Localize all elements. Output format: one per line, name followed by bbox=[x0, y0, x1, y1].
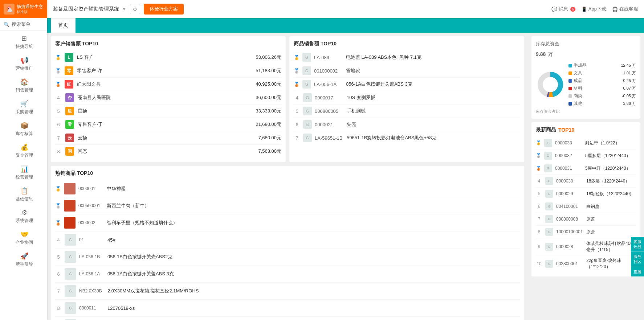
rank-number: 5 bbox=[294, 108, 300, 114]
sidebar-item-label: 经营管理 bbox=[16, 174, 33, 180]
inventory-card: 库存总资金 9.88 万 bbox=[531, 36, 640, 119]
app-download-button[interactable]: 📱 App下载 bbox=[581, 6, 606, 12]
rank-number: 7 bbox=[55, 135, 62, 141]
sidebar-icon: ⚙ bbox=[21, 209, 27, 217]
newest-product-thumbnail: G bbox=[545, 243, 553, 251]
customer-name: 星扬 bbox=[78, 108, 252, 114]
customer-name: 云扬 bbox=[78, 135, 254, 141]
system-selector[interactable]: 装备及固定资产辅助管理系统 ▼ bbox=[53, 6, 126, 12]
hot-product-name: 智利车子里（规格不知道填什么） bbox=[107, 220, 520, 226]
hot-product-thumbnail bbox=[64, 217, 76, 229]
sidebar-search-area[interactable]: 🔍 搜索菜单 bbox=[0, 18, 47, 31]
customer-amount: 7,563.00元 bbox=[258, 148, 281, 155]
newest-product-code: 003800001 bbox=[556, 261, 583, 266]
inventory-title: 库存总资金 bbox=[536, 41, 636, 47]
customer-ranking-card: 客户销售额 TOP10 🥇 L LS 客户 53,006.26元 🥈 零 零售客… bbox=[51, 36, 286, 162]
hot-product-name: 056-1A白色按键开关盖ABS 3克 bbox=[107, 271, 520, 277]
legend-item: 肉类 -0.05 万 bbox=[568, 92, 636, 100]
message-label: 消息 bbox=[559, 6, 568, 12]
sidebar-item-快捷导航[interactable]: ⊞快捷导航 bbox=[0, 31, 47, 53]
rank-medal-icon: 🥇 bbox=[294, 55, 299, 60]
newest-product-code: 0000031 bbox=[555, 166, 582, 171]
sidebar-item-系统管理[interactable]: ⚙系统管理 bbox=[0, 205, 47, 227]
tab-home-label: 首页 bbox=[58, 22, 68, 29]
rank-number: 5 bbox=[55, 108, 62, 114]
customer-name: 闲态 bbox=[78, 148, 254, 155]
customer-amount: 33,333.00元 bbox=[256, 108, 281, 114]
float-button-服务社区[interactable]: 服务社区 bbox=[631, 252, 644, 267]
hot-product-code: 000500001 bbox=[78, 203, 104, 208]
rank-number: 6 bbox=[294, 122, 300, 127]
trial-button[interactable]: 体验行业方案 bbox=[144, 4, 184, 15]
newest-product-thumbnail: G bbox=[544, 152, 552, 160]
newest-product-code: 004100001 bbox=[556, 204, 583, 209]
newest-product-code: 10000100001 bbox=[556, 229, 583, 234]
legend-name: 肉类 bbox=[574, 93, 582, 99]
sidebar-item-基础信息[interactable]: 📋基础信息 bbox=[0, 183, 47, 205]
newest-product-thumbnail: G bbox=[545, 190, 553, 198]
product-ranking-item: 🥈 G 001000002 雪地靴 bbox=[294, 64, 520, 78]
float-button-客服热线[interactable]: 客服热线 bbox=[631, 237, 644, 252]
legend-value: -3.86 万 bbox=[622, 101, 636, 106]
rank-number: 10 bbox=[536, 261, 542, 266]
newest-product-name: 5厘中纤（1220*2440） bbox=[585, 165, 636, 172]
customer-avatar: 杏 bbox=[65, 93, 74, 102]
sidebar-item-采购管理[interactable]: 🛒采购管理 bbox=[0, 96, 47, 118]
rank-medal-icon: 🥈 bbox=[536, 153, 541, 158]
customer-avatar: 云 bbox=[65, 134, 74, 142]
hot-product-code: 0000002 bbox=[78, 220, 104, 225]
tab-home[interactable]: 首页 bbox=[51, 18, 76, 33]
sidebar-item-营销推广[interactable]: 📢营销推广 bbox=[0, 53, 47, 74]
online-service-button[interactable]: 🎧 在线客服 bbox=[612, 6, 638, 12]
newest-product-name: 18多层（1220*2440） bbox=[586, 178, 636, 184]
rank-number: 4 bbox=[55, 237, 62, 243]
sidebar-item-label: 基础信息 bbox=[16, 196, 33, 202]
app-name: 畅捷通好生意 bbox=[17, 4, 43, 10]
topbar-right: 💬 消息 6 📱 App下载 🎧 在线客服 bbox=[551, 6, 638, 12]
settings-button[interactable]: ⚙ bbox=[130, 4, 140, 14]
right-sidebar: 库存总资金 9.88 万 bbox=[528, 33, 644, 320]
sidebar-icon: 📊 bbox=[20, 165, 28, 173]
legend-value: 12.45 万 bbox=[621, 63, 636, 68]
hot-product-item: 7 G NB2.0X30B 2.0X30MM双搓花轴,搓花直径2.1MM/ROH… bbox=[55, 283, 520, 300]
legend-label: 文具 bbox=[568, 70, 623, 76]
chevron-down-icon[interactable]: ▼ bbox=[122, 7, 126, 12]
hot-products-section: 热销商品 TOP10 🥇 0000001 中华神器 🥈 000500001 新西… bbox=[51, 166, 524, 320]
sidebar-item-新手引导[interactable]: 🚀新手引导 bbox=[0, 249, 47, 270]
newest-product-item: 9 G 0000028 体减荔枝味苏打饮品400毫升（1*15） bbox=[536, 238, 636, 255]
legend-label: 成品 bbox=[568, 78, 623, 84]
rank-number: 8 bbox=[55, 149, 62, 154]
sidebar-item-销售管理[interactable]: 🏠销售管理 bbox=[0, 74, 47, 96]
sidebar-item-label: 营销推广 bbox=[16, 65, 33, 71]
newest-product-item: 10 G 003800001 22g鱼豆腐-烧烤味（1*12*20） bbox=[536, 255, 636, 272]
sidebar-item-库存核算[interactable]: 📦库存核算 bbox=[0, 118, 47, 140]
legend-color-dot bbox=[568, 79, 572, 83]
message-button[interactable]: 💬 消息 6 bbox=[551, 6, 575, 12]
sidebar-icon: 📋 bbox=[20, 187, 28, 195]
sidebar-item-label: 系统管理 bbox=[16, 218, 33, 224]
customer-list-item: 🥉 红 红太阳文具 40,925.00元 bbox=[55, 78, 281, 91]
newest-products-card: 最新商品 TOP10 🥇 G 0000033 封边带（1.0*22） 🥈 G 0… bbox=[531, 122, 640, 276]
rank-medal-icon: 🥉 bbox=[55, 82, 61, 87]
rank-number: 5 bbox=[536, 191, 542, 196]
sidebar-item-经营管理[interactable]: 📊经营管理 bbox=[0, 161, 47, 183]
legend-name: 材料 bbox=[574, 85, 582, 91]
product-thumbnail: G bbox=[302, 53, 311, 62]
topbar: 装备及固定资产辅助管理系统 ▼ ⚙ 体验行业方案 💬 消息 6 📱 App下载 … bbox=[47, 0, 644, 18]
rank-medal-icon: 🥇 bbox=[536, 140, 541, 145]
product-code: 0000021 bbox=[315, 122, 344, 127]
legend-value: 1.01 万 bbox=[623, 70, 636, 76]
sidebar-item-企业协同[interactable]: 🤝企业协同 bbox=[0, 227, 47, 249]
float-button-直播[interactable]: 直播 bbox=[631, 267, 644, 276]
hot-product-list: 🥇 0000001 中华神器 🥈 000500001 新西兰牛肉（新牛） 🥉 0… bbox=[55, 180, 520, 320]
nav-tabs: 首页 bbox=[47, 18, 644, 33]
sidebar-item-资金管理[interactable]: 💰资金管理 bbox=[0, 140, 47, 161]
sidebar-item-label: 资金管理 bbox=[16, 152, 33, 159]
sidebar-icon: 📦 bbox=[20, 122, 28, 130]
rank-number: 8 bbox=[55, 305, 62, 311]
search-icon: 🔍 bbox=[4, 22, 9, 27]
hot-product-item: 🥈 000500001 新西兰牛肉（新牛） bbox=[55, 197, 520, 214]
search-menu-button[interactable]: 🔍 搜索菜单 bbox=[4, 21, 44, 28]
legend-item: 成品 0.25 万 bbox=[568, 77, 636, 85]
rank-number: 4 bbox=[294, 95, 300, 100]
